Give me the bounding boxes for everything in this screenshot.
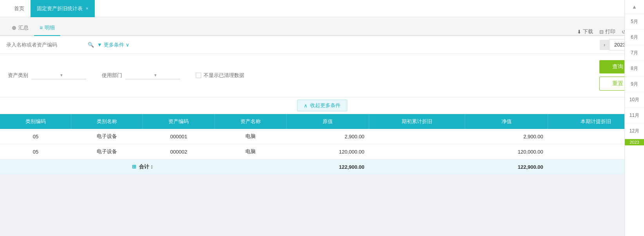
hide-cleared-checkbox[interactable] [196, 73, 201, 78]
download-button[interactable]: ⬇ 下载 [577, 28, 593, 35]
collapse-row: ∧ 收起更多条件 [0, 97, 644, 114]
tab-close-icon[interactable]: × [86, 6, 88, 11]
col-category-name: 类别名称 [71, 114, 143, 129]
col-category-code: 类别编码 [0, 114, 71, 129]
search-input[interactable] [6, 42, 85, 48]
asset-category-arrow-icon: ▼ [60, 73, 86, 77]
print-icon: ⊟ [599, 29, 604, 35]
table-row: 05 电子设备 000002 电脑 120,000.00 120,000.00 [0, 144, 644, 159]
active-tab[interactable]: 固定资产折旧统计表 × [31, 0, 95, 17]
download-label: 下载 [583, 28, 593, 35]
row1-asset-code: 000001 [143, 129, 215, 144]
year-badge: 2023 [625, 139, 644, 145]
month-8[interactable]: 8月 [625, 61, 644, 77]
detail-icon: ≡ [40, 25, 43, 31]
col-original-value: 原值 [286, 114, 369, 129]
hide-cleared-group: 不显示已清理数据 [196, 72, 244, 79]
total-net-value: 122,900.00 [465, 159, 548, 175]
total-row: ⊞ 合计： 122,900.00 122,900.00 [0, 159, 644, 175]
tab-summary[interactable]: ⊕ 汇总 [6, 20, 34, 36]
month-9[interactable]: 9月 [625, 77, 644, 92]
print-label: 打印 [605, 28, 615, 35]
row1-net-value: 2,900.00 [465, 129, 548, 144]
table-row: 05 电子设备 000001 电脑 2,900.00 2,900.00 [0, 129, 644, 144]
row1-category-code: 05 [0, 129, 71, 144]
total-accumulated [369, 159, 465, 175]
department-select[interactable]: ▼ [125, 72, 180, 79]
row2-asset-code: 000002 [143, 144, 215, 159]
row2-asset-name: 电脑 [215, 144, 286, 159]
download-icon: ⬇ [577, 29, 581, 35]
row1-asset-name: 电脑 [215, 129, 286, 144]
total-label: 合计： [139, 164, 154, 170]
department-label: 使用部门 [102, 72, 122, 79]
table-header-row: 类别编码 类别名称 资产编码 资产名称 原值 期初累计折旧 净值 本期计提折旧 [0, 114, 644, 129]
tab-title: 固定资产折旧统计表 [37, 5, 83, 12]
col-accumulated-depreciation: 期初累计折旧 [369, 114, 465, 129]
asset-category-select[interactable]: ▼ [31, 72, 86, 79]
depreciation-table: 类别编码 类别名称 资产编码 资产名称 原值 期初累计折旧 净值 本期计提折旧 … [0, 114, 644, 175]
department-arrow-icon: ▼ [153, 73, 180, 77]
total-icon: ⊞ [132, 164, 136, 170]
col-net-value: 净值 [465, 114, 548, 129]
more-filters-label: 更多条件 [104, 41, 124, 48]
collapse-icon: ∧ [304, 103, 308, 109]
print-button[interactable]: ⊟ 打印 [599, 28, 615, 35]
filter-panel: 资产类别 ▼ 使用部门 ▼ 不显示已清理数据 查询 重置 [0, 54, 644, 97]
month-7[interactable]: 7月 [625, 45, 644, 61]
row1-category-name: 电子设备 [71, 129, 143, 144]
more-filters-button[interactable]: ▼ 更多条件 ∨ [97, 41, 130, 48]
date-nav-arrow[interactable]: › [600, 40, 609, 50]
col-asset-code: 资产编码 [143, 114, 215, 129]
month-10[interactable]: 10月 [625, 92, 644, 108]
tab-detail[interactable]: ≡ 明细 [34, 20, 60, 36]
asset-category-label: 资产类别 [8, 72, 28, 79]
right-panel: ▲ 5月 6月 7月 8月 9月 10月 11月 12月 2023 [624, 0, 644, 236]
row2-category-name: 电子设备 [71, 144, 143, 159]
row2-original-value: 120,000.00 [286, 144, 369, 159]
filter-icon: ▼ [97, 42, 102, 48]
month-12[interactable]: 12月 [625, 123, 644, 139]
month-11[interactable]: 11月 [625, 108, 644, 123]
collapse-button[interactable]: ∧ 收起更多条件 [297, 100, 347, 111]
chevron-down-icon: ∨ [126, 42, 130, 48]
tab-summary-label: 汇总 [18, 24, 29, 31]
month-6[interactable]: 6月 [625, 30, 644, 45]
collapse-label: 收起更多条件 [310, 102, 341, 109]
home-link[interactable]: 首页 [8, 5, 31, 12]
search-icon[interactable]: 🔍 [88, 42, 94, 48]
top-nav: 首页 固定资产折旧统计表 × ✕ [0, 0, 644, 17]
filter-row: 资产类别 ▼ 使用部门 ▼ 不显示已清理数据 查询 重置 [8, 60, 636, 91]
row2-net-value: 120,000.00 [465, 144, 548, 159]
summary-icon: ⊕ [12, 25, 16, 31]
department-group: 使用部门 ▼ [102, 72, 180, 79]
scroll-up-icon: ▲ [632, 4, 637, 10]
table-container: 类别编码 类别名称 资产编码 资产名称 原值 期初累计折旧 净值 本期计提折旧 … [0, 114, 644, 236]
total-label-cell: ⊞ 合计： [0, 159, 286, 175]
col-asset-name: 资产名称 [215, 114, 286, 129]
asset-category-group: 资产类别 ▼ [8, 72, 86, 79]
total-original-value: 122,900.00 [286, 159, 369, 175]
tab-detail-label: 明细 [45, 24, 55, 31]
scroll-up-button[interactable]: ▲ [625, 0, 644, 14]
row2-category-code: 05 [0, 144, 71, 159]
tab-bar: ⊕ 汇总 ≡ 明细 ⬇ 下载 ⊟ 打印 ↺ 刷新 [0, 17, 644, 36]
month-5[interactable]: 5月 [625, 14, 644, 30]
row1-accumulated [369, 129, 465, 144]
row1-original-value: 2,900.00 [286, 129, 369, 144]
row2-accumulated [369, 144, 465, 159]
hide-cleared-label: 不显示已清理数据 [204, 72, 244, 79]
search-bar: 🔍 ▼ 更多条件 ∨ › 2023.01 [0, 36, 644, 54]
